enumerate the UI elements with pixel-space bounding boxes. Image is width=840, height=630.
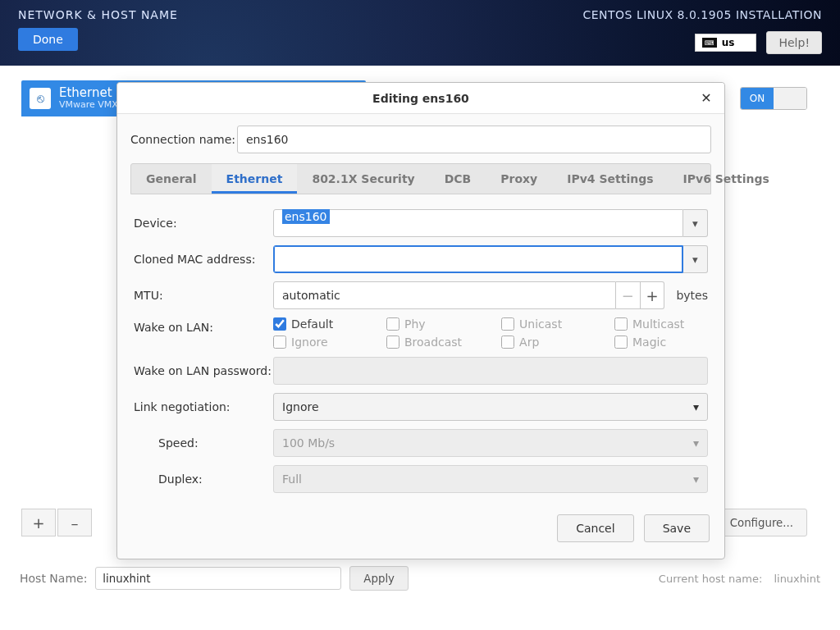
- wol-password-input: [273, 357, 708, 385]
- save-button[interactable]: Save: [644, 514, 710, 542]
- cloned-mac-input[interactable]: [273, 245, 683, 273]
- connection-toggle[interactable]: ON: [740, 87, 807, 110]
- tab-dcb[interactable]: DCB: [430, 164, 486, 194]
- tab-general[interactable]: General: [131, 164, 212, 194]
- chevron-down-icon: ▾: [693, 472, 699, 486]
- tab-proxy[interactable]: Proxy: [486, 164, 552, 194]
- wol-option-multicast[interactable]: Multicast: [614, 317, 708, 331]
- chevron-down-icon: ▾: [693, 400, 699, 413]
- wol-option-magic[interactable]: Magic: [614, 336, 708, 349]
- tab-ethernet[interactable]: Ethernet: [212, 164, 298, 194]
- wol-option-arp[interactable]: Arp: [501, 336, 595, 349]
- tab-ipv4-settings[interactable]: IPv4 Settings: [552, 164, 668, 194]
- speed-select: 100 Mb/s ▾: [273, 429, 708, 457]
- edit-connection-dialog: Editing ens160 ✕ Connection name: Genera…: [116, 82, 725, 559]
- ethernet-icon: ⎋: [30, 88, 51, 109]
- tab-ipv6-settings[interactable]: IPv6 Settings: [669, 164, 784, 194]
- device-label: Device:: [134, 217, 273, 230]
- add-connection-button[interactable]: +: [21, 509, 56, 536]
- mtu-label: MTU:: [134, 289, 273, 302]
- wol-option-phy[interactable]: Phy: [386, 317, 482, 331]
- connection-name-input[interactable]: [237, 126, 711, 153]
- dialog-titlebar: Editing ens160 ✕: [117, 83, 724, 114]
- mtu-input[interactable]: [273, 281, 616, 309]
- wol-option-broadcast[interactable]: Broadcast: [386, 336, 482, 349]
- tab-8021x-security[interactable]: 802.1X Security: [297, 164, 429, 194]
- done-button[interactable]: Done: [18, 28, 78, 51]
- connection-toggle-on-label: ON: [741, 88, 774, 109]
- keyboard-indicator[interactable]: ⌨ us: [695, 34, 757, 52]
- connection-toggle-knob: [774, 88, 806, 109]
- connection-name-label: Connection name:: [130, 133, 237, 146]
- close-icon: ✕: [701, 90, 711, 106]
- mtu-increment-button[interactable]: +: [641, 281, 665, 309]
- mtu-decrement-button[interactable]: −: [616, 281, 641, 309]
- link-negotiation-select[interactable]: Ignore ▾: [273, 393, 708, 421]
- duplex-label: Duplex:: [134, 472, 273, 486]
- hostname-apply-button[interactable]: Apply: [349, 566, 409, 591]
- hostname-row: Host Name: Apply Current host name: linu…: [20, 566, 820, 591]
- hostname-input[interactable]: [95, 567, 341, 590]
- wol-option-ignore[interactable]: Ignore: [273, 336, 367, 349]
- remove-connection-button[interactable]: –: [57, 509, 92, 536]
- cloned-mac-label: Cloned MAC address:: [134, 253, 273, 266]
- hostname-label: Host Name:: [20, 572, 87, 585]
- dialog-tabs: General Ethernet 802.1X Security DCB Pro…: [130, 163, 711, 194]
- wol-options: Default Phy Unicast Multicast Ignore Bro…: [273, 317, 708, 349]
- wol-label: Wake on LAN:: [134, 317, 273, 334]
- speed-label: Speed:: [134, 436, 273, 450]
- configure-button[interactable]: Configure...: [716, 509, 807, 536]
- current-hostname-value: linuxhint: [774, 573, 820, 585]
- chevron-down-icon: ▾: [692, 253, 698, 266]
- ethernet-form: Device: ens160 ▾ Cloned MAC address:: [130, 209, 711, 493]
- cloned-mac-dropdown[interactable]: ▾: [683, 245, 708, 273]
- content-area: ⎋ Ethernet (ens160) VMware VMXNET3 Ether…: [0, 66, 840, 630]
- duplex-select: Full ▾: [273, 465, 708, 493]
- dialog-title: Editing ens160: [372, 92, 469, 105]
- keyboard-icon: ⌨: [702, 38, 717, 48]
- device-combo[interactable]: ens160: [273, 209, 683, 237]
- current-hostname-label: Current host name:: [659, 573, 762, 585]
- mtu-unit: bytes: [676, 289, 708, 302]
- help-button[interactable]: Help!: [766, 31, 822, 54]
- chevron-down-icon: ▾: [692, 217, 698, 230]
- wol-option-unicast[interactable]: Unicast: [501, 317, 595, 331]
- device-combo-dropdown[interactable]: ▾: [683, 209, 708, 237]
- dialog-close-button[interactable]: ✕: [696, 88, 716, 107]
- installer-title: CENTOS LINUX 8.0.1905 INSTALLATION: [582, 8, 822, 21]
- link-negotiation-label: Link negotiation:: [134, 400, 273, 413]
- installer-header: NETWORK & HOST NAME CENTOS LINUX 8.0.190…: [0, 0, 840, 66]
- keyboard-layout-label: us: [722, 37, 735, 48]
- wol-password-label: Wake on LAN password:: [134, 364, 273, 377]
- cancel-button[interactable]: Cancel: [557, 514, 633, 542]
- wol-option-default[interactable]: Default: [273, 317, 367, 331]
- chevron-down-icon: ▾: [693, 436, 699, 450]
